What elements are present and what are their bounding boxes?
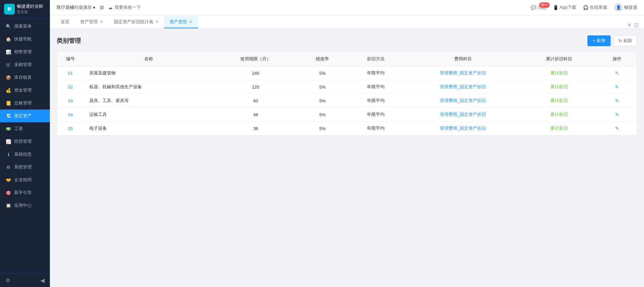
basic-info-icon: ℹ bbox=[5, 151, 11, 157]
sidebar-item-label: 库存核算 bbox=[14, 74, 32, 81]
quick-nav-icon: 🏠 bbox=[5, 36, 11, 42]
sidebar-nav: 🔍 搜索菜单🏠 快捷导航📊 销售管理🛒 采购管理📦 库存核算💰 资金管理📒 总账… bbox=[0, 19, 50, 274]
sidebar-item-capital[interactable]: 💰 资金管理 bbox=[0, 84, 50, 97]
sidebar-footer: ⚙ ◀ bbox=[0, 274, 50, 287]
headset-icon: 🎧 bbox=[583, 5, 588, 10]
row-expense: 管理费用_固定资产折旧 bbox=[405, 122, 521, 135]
sidebar-item-app-center[interactable]: 🔲 应用中心 bbox=[0, 199, 50, 212]
tab-label: 首页 bbox=[61, 19, 69, 25]
new-button[interactable]: + 新增 bbox=[587, 35, 611, 46]
row-name: 房屋及建筑物 bbox=[84, 66, 213, 80]
edit-icon[interactable]: ✎ bbox=[615, 84, 619, 90]
col-header: 操作 bbox=[597, 52, 637, 66]
close-window-icon[interactable]: ✕ bbox=[627, 22, 632, 28]
row-expense: 管理费用_固定资产折旧 bbox=[405, 80, 521, 94]
sidebar-item-management[interactable]: 📈 经营管理 bbox=[0, 135, 50, 148]
sidebar-item-enterprise[interactable]: 🤝 企业协同 bbox=[0, 173, 50, 186]
sidebar-item-purchase[interactable]: 🛒 采购管理 bbox=[0, 58, 50, 71]
row-action[interactable]: ✎ bbox=[597, 66, 637, 80]
tab-close-icon[interactable]: ✕ bbox=[100, 20, 103, 24]
message-badge: 99+ bbox=[539, 2, 550, 8]
row-action[interactable]: ✎ bbox=[597, 122, 637, 135]
sidebar-item-label: 固定资产 bbox=[14, 113, 32, 119]
user-name-label: 畅捷通 bbox=[624, 4, 637, 10]
row-accumulated: 累计折旧 bbox=[521, 94, 597, 108]
sidebar-item-label: 资金管理 bbox=[14, 87, 32, 93]
refresh-button[interactable]: ↻ 刷新 bbox=[613, 35, 637, 46]
customer-service-button[interactable]: 🎧 在线客服 bbox=[583, 4, 607, 10]
row-method: 年限平均 bbox=[347, 122, 405, 135]
col-header: 费用科目 bbox=[405, 52, 521, 66]
row-accumulated: 累计折旧 bbox=[521, 122, 597, 135]
collapse-icon[interactable]: ◀ bbox=[40, 277, 44, 284]
row-accumulated: 累计折旧 bbox=[521, 66, 597, 80]
edit-icon[interactable]: ✎ bbox=[615, 70, 619, 76]
col-header: 使用期限（月） bbox=[213, 52, 298, 66]
row-action[interactable]: ✎ bbox=[597, 94, 637, 108]
table-row: 02 机器、机械和其他生产设备 120 5% 年限平均 管理费用_固定资产折旧 … bbox=[57, 80, 637, 94]
content-area: 类别管理 + 新增 ↻ 刷新 编号名称使用期限（月）残值率折旧方法费用科目累计折… bbox=[50, 29, 644, 287]
tab-label: 固定资产折旧统计表 bbox=[114, 19, 153, 25]
row-accumulated: 累计折旧 bbox=[521, 80, 597, 94]
col-header: 折旧方法 bbox=[347, 52, 405, 66]
row-action[interactable]: ✎ bbox=[597, 80, 637, 94]
sidebar-item-label: 经营管理 bbox=[14, 138, 32, 145]
tabs-bar: 首页资产管理✕固定资产折旧统计表✕资产类型✕ ✕ ⊡ bbox=[50, 15, 644, 29]
sidebar-item-system[interactable]: ⚙ 系统管理 bbox=[0, 161, 50, 173]
sidebar-item-quick-nav[interactable]: 🏠 快捷导航 bbox=[0, 33, 50, 45]
sidebar-item-label: 系统管理 bbox=[14, 164, 32, 170]
tab-close-icon[interactable]: ✕ bbox=[155, 20, 159, 24]
sidebar-item-ledger[interactable]: 📒 总账管理 bbox=[0, 97, 50, 109]
management-icon: 📈 bbox=[5, 138, 11, 145]
settings-icon[interactable]: ⚙ bbox=[5, 277, 10, 284]
refresh-icon: ↻ bbox=[618, 38, 622, 43]
tab-home[interactable]: 首页 bbox=[55, 16, 75, 28]
user-profile[interactable]: 👤 畅捷通 bbox=[614, 3, 637, 12]
guide-icon: 🎯 bbox=[5, 190, 11, 196]
settings-gear-icon[interactable]: ⚙ bbox=[99, 4, 104, 11]
row-action[interactable]: ✎ bbox=[597, 108, 637, 122]
sidebar-item-label: 新手引导 bbox=[14, 190, 32, 196]
row-expense: 管理费用_固定资产折旧 bbox=[405, 66, 521, 80]
experience-button[interactable]: ☁ 我要体验一下 bbox=[108, 4, 141, 10]
sidebar-item-sales[interactable]: 📊 销售管理 bbox=[0, 45, 50, 58]
maximize-icon[interactable]: ⊡ bbox=[634, 22, 639, 28]
page-header: 类别管理 + 新增 ↻ 刷新 bbox=[57, 35, 637, 46]
page-title: 类别管理 bbox=[57, 37, 81, 45]
row-method: 年限平均 bbox=[347, 80, 405, 94]
app-download-button[interactable]: 📱 App下载 bbox=[553, 4, 576, 10]
row-method: 年限平均 bbox=[347, 94, 405, 108]
tab-fixed-asset-table[interactable]: 固定资产折旧统计表✕ bbox=[109, 16, 164, 28]
col-header: 残值率 bbox=[298, 52, 347, 66]
ledger-icon: 📒 bbox=[5, 100, 11, 106]
sidebar-item-label: 应用中心 bbox=[14, 202, 32, 209]
sidebar-item-salary[interactable]: 💵 工资 bbox=[0, 122, 50, 135]
module-selector[interactable]: 医疗器械行业演示 ▾ bbox=[57, 4, 95, 10]
tab-close-icon[interactable]: ✕ bbox=[189, 20, 192, 24]
sidebar-item-guide[interactable]: 🎯 新手引导 bbox=[0, 186, 50, 199]
row-residual: 5% bbox=[298, 66, 347, 80]
row-id: 05 bbox=[57, 122, 84, 135]
tab-asset-type[interactable]: 资产类型✕ bbox=[164, 16, 198, 28]
edit-icon[interactable]: ✎ bbox=[615, 112, 619, 117]
message-button[interactable]: 💬 消息 99+ bbox=[531, 4, 546, 10]
sidebar-item-fixed-asset[interactable]: 🏗 固定资产 bbox=[0, 109, 50, 122]
row-id: 01 bbox=[57, 66, 84, 80]
row-residual: 5% bbox=[298, 122, 347, 135]
sidebar-item-basic-info[interactable]: ℹ 基础信息 bbox=[0, 148, 50, 161]
sidebar-item-label: 总账管理 bbox=[14, 100, 32, 106]
tab-asset-manage[interactable]: 资产管理✕ bbox=[75, 16, 109, 28]
table-row: 03 器具、工具、家具等 60 5% 年限平均 管理费用_固定资产折旧 累计折旧… bbox=[57, 94, 637, 108]
app-center-icon: 🔲 bbox=[5, 202, 11, 209]
edit-icon[interactable]: ✎ bbox=[615, 98, 619, 103]
sidebar-item-inventory[interactable]: 📦 库存核算 bbox=[0, 71, 50, 84]
sidebar-item-search[interactable]: 🔍 搜索菜单 bbox=[0, 20, 50, 33]
col-header: 编号 bbox=[57, 52, 84, 66]
table-row: 05 电子设备 36 5% 年限平均 管理费用_固定资产折旧 累计折旧 ✎ bbox=[57, 122, 637, 135]
logo-text: 畅捷通好业财 bbox=[17, 4, 43, 9]
fixed-asset-icon: 🏗 bbox=[5, 113, 11, 119]
sidebar: 财 畅捷通好业财 普及版 🔍 搜索菜单🏠 快捷导航📊 销售管理🛒 采购管理📦 库… bbox=[0, 0, 50, 287]
edit-icon[interactable]: ✎ bbox=[615, 126, 619, 131]
asset-type-table: 编号名称使用期限（月）残值率折旧方法费用科目累计折旧科目操作 01 房屋及建筑物… bbox=[57, 52, 637, 135]
message-icon: 💬 bbox=[531, 5, 536, 10]
